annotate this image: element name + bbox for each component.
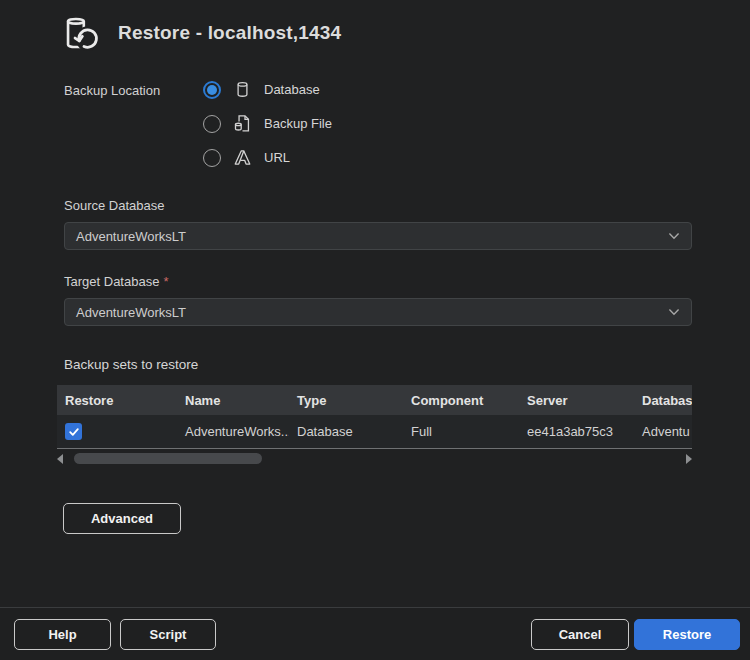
footer-left-buttons: Help Script <box>14 619 216 650</box>
backup-file-icon <box>233 114 252 133</box>
column-header-name[interactable]: Name <box>177 393 289 408</box>
backup-location-section: Backup Location Database <box>64 80 692 167</box>
radio-button[interactable] <box>203 149 221 167</box>
radio-option-backup-file[interactable]: Backup File <box>203 114 332 133</box>
radio-option-database[interactable]: Database <box>203 80 332 99</box>
database-cell: Adventu <box>634 424 692 439</box>
dialog-footer: Help Script Cancel Restore <box>0 607 750 660</box>
radio-button[interactable] <box>203 115 221 133</box>
radio-button-selected[interactable] <box>203 81 221 99</box>
database-icon <box>233 80 252 99</box>
name-cell: AdventureWorks... <box>177 424 289 439</box>
required-asterisk: * <box>163 274 168 289</box>
restore-cell <box>57 423 177 440</box>
component-cell: Full <box>403 424 519 439</box>
check-icon <box>68 426 80 438</box>
backup-location-radio-group: Database Backup File U <box>203 80 332 167</box>
page-title: Restore - localhost,1434 <box>118 22 341 44</box>
source-database-dropdown[interactable]: AdventureWorksLT <box>64 222 692 250</box>
target-database-label-text: Target Database <box>64 274 159 289</box>
scroll-right-arrow-icon[interactable] <box>686 454 692 464</box>
backup-sets-table: Restore Name Type Component Server Datab… <box>57 385 692 449</box>
script-button[interactable]: Script <box>120 619 216 650</box>
scrollbar-thumb[interactable] <box>74 453 262 464</box>
column-header-server[interactable]: Server <box>519 393 634 408</box>
backup-location-label: Backup Location <box>64 80 203 167</box>
radio-option-url[interactable]: URL <box>203 148 332 167</box>
source-database-field: Source Database AdventureWorksLT <box>64 198 692 250</box>
target-database-label: Target Database* <box>64 274 692 289</box>
source-database-value: AdventureWorksLT <box>76 229 186 244</box>
dialog-header: Restore - localhost,1434 <box>0 0 750 54</box>
restore-checkbox[interactable] <box>65 423 82 440</box>
table-header-row: Restore Name Type Component Server Datab… <box>57 385 692 415</box>
type-cell: Database <box>289 424 403 439</box>
target-database-dropdown[interactable]: AdventureWorksLT <box>64 298 692 326</box>
horizontal-scrollbar[interactable] <box>57 452 692 465</box>
radio-label-url: URL <box>264 150 290 165</box>
radio-label-backup-file: Backup File <box>264 116 332 131</box>
backup-sets-section: Backup sets to restore Restore Name Type… <box>57 357 692 465</box>
backup-sets-label: Backup sets to restore <box>64 357 692 372</box>
restore-dialog: { "window": { "title": "Restore - localh… <box>0 0 750 660</box>
scroll-left-arrow-icon[interactable] <box>57 454 63 464</box>
scrollbar-track[interactable] <box>66 453 683 464</box>
chevron-down-icon <box>668 232 680 240</box>
advanced-button[interactable]: Advanced <box>63 503 181 534</box>
advanced-row: Advanced <box>63 503 750 534</box>
help-button[interactable]: Help <box>14 619 111 650</box>
chevron-down-icon <box>668 308 680 316</box>
restore-database-icon <box>58 12 104 54</box>
cancel-button[interactable]: Cancel <box>531 619 629 650</box>
target-database-field: Target Database* AdventureWorksLT <box>64 274 692 326</box>
column-header-type[interactable]: Type <box>289 393 403 408</box>
footer-right-buttons: Cancel Restore <box>531 619 740 650</box>
column-header-database[interactable]: Database <box>634 393 692 408</box>
azure-url-icon <box>233 148 252 167</box>
column-header-restore[interactable]: Restore <box>57 393 177 408</box>
table-row[interactable]: AdventureWorks... Database Full ee41a3ab… <box>57 415 692 449</box>
source-database-label: Source Database <box>64 198 692 213</box>
server-cell: ee41a3ab75c3 <box>519 424 634 439</box>
target-database-value: AdventureWorksLT <box>76 305 186 320</box>
column-header-component[interactable]: Component <box>403 393 519 408</box>
radio-label-database: Database <box>264 82 320 97</box>
restore-button[interactable]: Restore <box>634 619 740 650</box>
